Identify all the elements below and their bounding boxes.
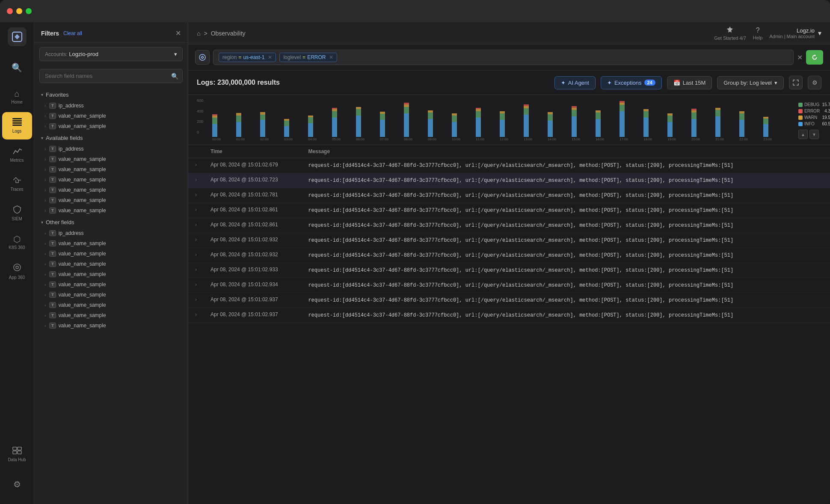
log-table-container[interactable]: Time Message ›Apr 08, 2024 @ 15:01:02.67… [188, 145, 830, 504]
list-item[interactable]: › T value_name_sample [34, 300, 188, 310]
row-expand-icon[interactable]: › [188, 293, 204, 308]
table-row[interactable]: ›Apr 08, 2024 @ 15:01:02.933request-id:[… [188, 263, 830, 278]
sidebar-metrics-label: Metrics [10, 158, 24, 163]
table-row[interactable]: ›Apr 08, 2024 @ 15:01:02.861request-id:[… [188, 218, 830, 233]
list-item[interactable]: › T value_name_sample [34, 249, 188, 259]
table-row[interactable]: ›Apr 08, 2024 @ 15:01:02.932request-id:[… [188, 248, 830, 263]
svg-rect-38 [404, 113, 409, 137]
refresh-button[interactable] [806, 50, 823, 65]
list-item[interactable]: › T value_name_sample [34, 290, 188, 300]
table-row[interactable]: ›Apr 08, 2024 @ 15:01:02.934request-id:[… [188, 278, 830, 293]
close-window-btn[interactable] [7, 8, 13, 14]
settings-view-button[interactable]: ⚙ [808, 76, 821, 89]
list-item[interactable]: › T ip_address [34, 228, 188, 238]
sidebar-item-home[interactable]: ⌂ Home [2, 83, 32, 110]
sidebar-item-siem[interactable]: SIEM [2, 199, 32, 227]
sidebar-item-settings[interactable]: ⚙ [2, 471, 32, 498]
list-item[interactable]: › T value_name_sample [34, 195, 188, 205]
svg-rect-4 [12, 125, 22, 126]
user-info[interactable]: Logz.io Admin | Main account ▾ [769, 27, 821, 39]
time-range-button[interactable]: 📅 Last 15M [667, 76, 712, 89]
favorites-section-header[interactable]: ▾ Favorites [34, 88, 188, 101]
available-section-label: Available fields [46, 135, 83, 141]
list-item[interactable]: › T value_name_sample [34, 111, 188, 121]
list-item[interactable]: › T value_name_sample [34, 320, 188, 331]
sidebar-item-traces[interactable]: Traces [2, 170, 32, 198]
available-fields-section-header[interactable]: ▾ Available fields [34, 131, 188, 144]
filter-op: = [302, 54, 305, 60]
table-row[interactable]: ›Apr 08, 2024 @ 15:01:02.723request-id:[… [188, 173, 830, 188]
sidebar-item-search[interactable]: 🔍 [2, 54, 32, 81]
list-item[interactable]: › T value_name_sample [34, 164, 188, 175]
ai-icon-button[interactable] [195, 50, 210, 65]
group-by-button[interactable]: Group by: Log level ▾ [717, 76, 784, 89]
list-item[interactable]: › T value_name_sample [34, 269, 188, 279]
warn-label: WARN [804, 115, 817, 120]
row-expand-icon[interactable]: › [188, 188, 204, 203]
search-clear-button[interactable]: ✕ [797, 53, 803, 62]
sidebar-item-datahub[interactable]: Data Hub [2, 441, 32, 468]
ai-agent-button[interactable]: ✦ AI Agent [554, 76, 596, 89]
filter-remove-icon[interactable]: ✕ [329, 54, 333, 60]
field-name: value_name_sample [59, 177, 106, 183]
sidebar-item-k8s360[interactable]: ⬡ K8S 360 [2, 228, 32, 256]
log-time: Apr 08, 2024 @ 15:01:02.933 [204, 263, 301, 278]
get-started-button[interactable]: Get Started 4/7 [714, 26, 746, 41]
sidebar-item-app360[interactable]: App 360 [2, 258, 32, 285]
row-expand-icon[interactable]: › [188, 203, 204, 218]
row-expand-icon[interactable]: › [188, 233, 204, 248]
exceptions-button[interactable]: ✦ Exceptions 24 [601, 76, 662, 89]
clear-all-button[interactable]: Clear all [63, 30, 82, 36]
filter-tag-loglevel[interactable]: loglevel = ERROR ✕ [279, 53, 337, 62]
other-fields-section-header[interactable]: ▾ Other fields [34, 216, 188, 228]
table-row[interactable]: ›Apr 08, 2024 @ 15:01:02.932request-id:[… [188, 233, 830, 248]
list-item[interactable]: › T value_name_sample [34, 154, 188, 164]
list-item[interactable]: › T value_name_sample [34, 259, 188, 269]
sidebar-item-logs[interactable]: Logs [2, 112, 32, 139]
table-row[interactable]: ›Apr 08, 2024 @ 15:01:02.781request-id:[… [188, 188, 830, 203]
sidebar-item-metrics[interactable]: Metrics [2, 141, 32, 169]
list-item[interactable]: › T value_name_sample [34, 205, 188, 216]
filter-sidebar: Filters Clear all ✕ Accounts: Logzio-pro… [34, 22, 188, 504]
row-expand-icon[interactable]: › [188, 158, 204, 173]
filter-tag-region[interactable]: region = us-east-1 ✕ [219, 53, 276, 62]
log-time: Apr 08, 2024 @ 15:01:02.934 [204, 278, 301, 293]
svg-rect-37 [380, 112, 385, 114]
filter-remove-icon[interactable]: ✕ [268, 54, 272, 60]
row-expand-icon[interactable]: › [188, 218, 204, 233]
maximize-window-btn[interactable] [26, 8, 32, 14]
log-message: request-id:[dd4514c4-3c37-4d67-88fd-3c37… [301, 188, 830, 203]
list-item[interactable]: › T value_name_sample [34, 238, 188, 249]
list-item[interactable]: › T value_name_sample [34, 175, 188, 185]
list-item[interactable]: › T value_name_sample [34, 279, 188, 290]
chart-scroll-down-button[interactable]: ▼ [809, 130, 819, 139]
exceptions-icon: ✦ [607, 80, 612, 86]
row-expand-icon[interactable]: › [188, 308, 204, 323]
siem-icon [13, 205, 21, 215]
table-row[interactable]: ›Apr 08, 2024 @ 15:01:02.679request-id:[… [188, 158, 830, 173]
list-item[interactable]: › T value_name_sample [34, 121, 188, 131]
row-expand-icon[interactable]: › [188, 173, 204, 188]
favorites-section-label: Favorites [46, 92, 68, 98]
row-expand-icon[interactable]: › [188, 278, 204, 293]
search-filters-bar[interactable]: region = us-east-1 ✕ loglevel = ERROR ✕ [213, 50, 794, 65]
expand-view-button[interactable] [789, 76, 803, 89]
row-expand-icon[interactable]: › [188, 263, 204, 278]
filter-close-button[interactable]: ✕ [175, 29, 181, 37]
table-row[interactable]: ›Apr 08, 2024 @ 15:01:02.937request-id:[… [188, 308, 830, 323]
list-item[interactable]: › T value_name_sample [34, 310, 188, 320]
table-row[interactable]: ›Apr 08, 2024 @ 15:01:02.937request-id:[… [188, 293, 830, 308]
account-selector[interactable]: Accounts: Logzio-prod ▾ [39, 47, 183, 61]
table-row[interactable]: ›Apr 08, 2024 @ 15:01:02.861request-id:[… [188, 203, 830, 218]
field-type-badge: T [49, 177, 56, 183]
search-field-input[interactable] [39, 69, 183, 83]
field-type-badge: T [49, 197, 56, 203]
chart-scroll-up-button[interactable]: ▲ [798, 130, 808, 139]
list-item[interactable]: › T ip_address [34, 144, 188, 154]
row-expand-icon[interactable]: › [188, 248, 204, 263]
minimize-window-btn[interactable] [16, 8, 22, 14]
help-button[interactable]: ? Help [753, 27, 763, 40]
list-item[interactable]: › T value_name_sample [34, 185, 188, 195]
list-item[interactable]: › T ip_address [34, 101, 188, 111]
chart-legend: DEBUG 15.7% ERROR 4.3% [798, 98, 830, 143]
